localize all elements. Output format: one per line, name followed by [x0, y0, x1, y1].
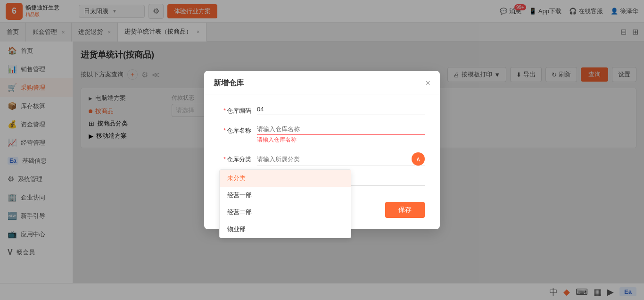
modal-body: *仓库编码 *仓库名称 请输入仓库名称 *仓库分类	[204, 94, 440, 186]
code-input[interactable]	[257, 104, 425, 115]
category-input-wrap: ∧ 未分类 经营一部 经营二部 物业部	[257, 152, 425, 166]
save-button[interactable]: 保存	[385, 202, 425, 218]
category-input-row: ∧	[257, 152, 425, 166]
name-error-msg: 请输入仓库名称	[257, 136, 425, 144]
dropdown-item-dept2[interactable]: 经营二部	[220, 204, 351, 221]
modal-new-warehouse: 新增仓库 × *仓库编码 *仓库名称 请输入仓库名称	[204, 71, 440, 229]
dropdown-item-dept1[interactable]: 经营一部	[220, 187, 351, 204]
name-label: *仓库名称	[219, 124, 251, 135]
name-input-wrap: 请输入仓库名称	[257, 124, 425, 144]
category-dropdown: 未分类 经营一部 经营二部 物业部	[219, 169, 351, 238]
category-label: *仓库分类	[219, 152, 251, 164]
modal-title: 新增仓库	[214, 78, 244, 88]
category-arrow-icon[interactable]: ∧	[412, 152, 425, 166]
modal-header: 新增仓库 ×	[204, 71, 440, 94]
form-row-category: *仓库分类 ∧ 未分类 经营一部 经营二部 物业部	[219, 152, 425, 166]
modal-close-button[interactable]: ×	[425, 78, 430, 88]
modal-overlay: 新增仓库 × *仓库编码 *仓库名称 请输入仓库名称	[0, 0, 644, 300]
form-row-code: *仓库编码	[219, 104, 425, 115]
dropdown-item-dept3[interactable]: 物业部	[220, 221, 351, 238]
code-label: *仓库编码	[219, 104, 251, 115]
category-input[interactable]	[257, 154, 412, 165]
dropdown-item-unclassified[interactable]: 未分类	[220, 170, 351, 187]
form-row-name: *仓库名称 请输入仓库名称	[219, 124, 425, 144]
code-input-wrap	[257, 104, 425, 115]
name-input[interactable]	[257, 124, 425, 135]
